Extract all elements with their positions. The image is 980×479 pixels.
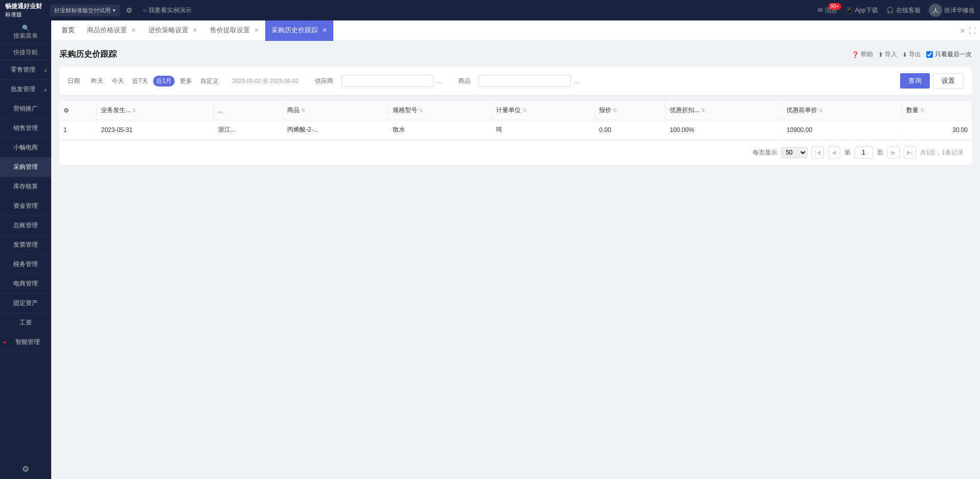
- tab-strategy[interactable]: 进价策略设置✕: [142, 20, 204, 41]
- sidebar-item-label: 发票管理: [3, 241, 48, 249]
- supplier-input-group: ...: [342, 75, 442, 87]
- first-page-btn[interactable]: |◀: [812, 146, 824, 159]
- sidebar-item-general_ledger[interactable]: 总账管理: [0, 216, 51, 235]
- sidebar-item-invoice[interactable]: 发票管理: [0, 235, 51, 255]
- sidebar-search[interactable]: 🔍 搜索菜单: [0, 20, 51, 45]
- goods-input[interactable]: [479, 75, 571, 87]
- date-filter-btn[interactable]: 自定义: [197, 76, 222, 86]
- tab-close-icon[interactable]: ✕: [193, 27, 198, 34]
- pagination-info: 共1页，1条记录: [920, 148, 964, 157]
- more-icon[interactable]: ...: [218, 107, 223, 114]
- last-page-btn[interactable]: ▶|: [904, 146, 916, 159]
- export-btn[interactable]: ⬇ 导出: [902, 50, 921, 59]
- tab-home[interactable]: 首页: [55, 20, 81, 41]
- goods-more-btn[interactable]: ...: [574, 77, 579, 84]
- sidebar-item-ecommerce[interactable]: 电商管理: [0, 274, 51, 294]
- sidebar-gear-icon[interactable]: ⚙: [0, 459, 51, 479]
- query-btn[interactable]: 查询: [900, 73, 930, 89]
- tab-history_price[interactable]: 采购历史价跟踪✕: [265, 20, 333, 41]
- date-filter-btn[interactable]: 更多: [177, 76, 195, 86]
- supplier-more-btn[interactable]: ...: [437, 77, 442, 84]
- tab-label: 采购历史价跟踪: [271, 26, 318, 35]
- sidebar-items: 零售管理▲批发管理▲营销推广销售管理小畅电商采购管理库存核算资金管理总账管理发票…: [0, 60, 51, 352]
- messages-badge: 99+: [828, 3, 841, 10]
- sidebar-item-inventory[interactable]: 库存核算: [0, 177, 51, 197]
- cell-date: 2023-05-31: [97, 120, 214, 140]
- date-filter-btn[interactable]: 今天: [109, 76, 127, 86]
- tab-label: 首页: [61, 26, 75, 35]
- sidebar-item-tax[interactable]: 税务管理: [0, 255, 51, 274]
- table-row: 1 2023-05-31 浙江... 丙烯酸-2-... 散水 吨 0.00 1…: [59, 120, 972, 140]
- th-goods[interactable]: 商品⇅: [283, 101, 388, 120]
- help-icon: ❓: [851, 51, 859, 58]
- sidebar-item-payroll[interactable]: 工资: [0, 313, 51, 333]
- next-page-btn[interactable]: ▶: [887, 146, 900, 159]
- settings-icon[interactable]: ⚙: [124, 4, 135, 16]
- version-selector[interactable]: 好业财标准版交付试用 ▾: [50, 5, 120, 16]
- th-quantity[interactable]: 数量⇅: [902, 101, 972, 120]
- th-pre_discount_price[interactable]: 优惠前单价⇅: [782, 101, 902, 120]
- table-header: ⚙业务发生...⇅...商品⇅规格型号⇅计量单位⇅报价⇅优惠折扣...⇅优惠前单…: [59, 101, 972, 120]
- sidebar-item-label: 税务管理: [3, 260, 48, 269]
- online-service-btn[interactable]: 🎧 在线客服: [886, 6, 921, 15]
- sidebar-item-label: 总账管理: [3, 221, 48, 230]
- prev-page-btn[interactable]: ◀: [828, 146, 840, 159]
- tab-close-icon[interactable]: ✕: [254, 27, 259, 34]
- date-filter-btn[interactable]: 昨天: [88, 76, 106, 86]
- content-area: 首页商品价格设置✕进价策略设置✕售价提取设置✕采购历史价跟踪✕ ✕ ⛶ 采购历史…: [51, 20, 980, 479]
- sidebar-item-ecommerce_small[interactable]: 小畅电商: [0, 138, 51, 158]
- messages-btn[interactable]: ✉ 消息 99+: [818, 6, 837, 15]
- page-content: 采购历史价跟踪 ❓ 帮助 ⬆ 导入 ⬇ 导出: [51, 41, 980, 479]
- headset-icon: 🎧: [886, 7, 894, 14]
- th-unit[interactable]: 计量单位⇅: [492, 101, 595, 120]
- settings-btn[interactable]: 设置: [933, 73, 964, 89]
- sidebar-item-finance[interactable]: 资金管理: [0, 197, 51, 216]
- cell-quote: 0.00: [595, 120, 666, 140]
- date-filter-btn[interactable]: 近7天: [129, 76, 151, 86]
- tab-sale_price[interactable]: 售价提取设置✕: [204, 20, 265, 41]
- sidebar-item-purchase[interactable]: 采购管理: [0, 158, 51, 177]
- date-label: 日期: [68, 77, 80, 85]
- th-date[interactable]: 业务发生...⇅: [97, 101, 214, 120]
- sort-icon: ⇅: [132, 107, 136, 113]
- cell-index: 1: [59, 120, 97, 140]
- tabbar: 首页商品价格设置✕进价策略设置✕售价提取设置✕采购历史价跟踪✕ ✕ ⛶: [51, 20, 980, 41]
- page-unit: 页: [877, 148, 883, 157]
- gear-icon[interactable]: ⚙: [63, 107, 69, 114]
- supplier-input[interactable]: [342, 75, 434, 87]
- export-icon: ⬇: [902, 51, 907, 58]
- page-input[interactable]: [855, 146, 873, 159]
- sidebar-item-label: 智能管理: [7, 338, 48, 346]
- app-download-btn[interactable]: 📱 App下载: [845, 6, 878, 15]
- help-btn[interactable]: ❓ 帮助: [851, 50, 873, 59]
- sidebar-item-wholesale[interactable]: 批发管理▲: [0, 80, 51, 99]
- tab-close-icon[interactable]: ✕: [131, 27, 136, 34]
- per-page-label: 每页显示: [753, 148, 777, 157]
- sidebar-item-smart[interactable]: ●智能管理: [0, 333, 51, 352]
- table-body: 1 2023-05-31 浙江... 丙烯酸-2-... 散水 吨 0.00 1…: [59, 120, 972, 140]
- sort-icon: ⇅: [920, 107, 924, 113]
- filter-actions: 查询 设置: [900, 73, 964, 89]
- th-spec[interactable]: 规格型号⇅: [389, 101, 492, 120]
- sidebar-item-marketing[interactable]: 营销推广: [0, 99, 51, 119]
- sidebar-item-label: 营销推广: [3, 104, 48, 113]
- expand-icon[interactable]: ⛶: [969, 27, 976, 35]
- date-filter-btn[interactable]: 近1月: [153, 76, 175, 86]
- th-quote[interactable]: 报价⇅: [595, 101, 666, 120]
- sidebar-item-label: 电商管理: [3, 279, 48, 288]
- sidebar-quicknav[interactable]: 快捷导航: [0, 45, 51, 60]
- sidebar-item-assets[interactable]: 固定资产: [0, 294, 51, 313]
- col-label: 数量: [906, 106, 919, 115]
- only-last-checkbox[interactable]: [926, 51, 933, 58]
- tab-close-icon[interactable]: ✕: [322, 27, 327, 34]
- import-btn[interactable]: ⬆ 导入: [878, 50, 897, 59]
- per-page-select[interactable]: 50 20 100: [781, 147, 807, 158]
- sidebar-item-retail[interactable]: 零售管理▲: [0, 60, 51, 80]
- th-gear[interactable]: ⚙: [59, 101, 97, 120]
- user-menu-btn[interactable]: 人 徐泽华修改: [929, 4, 975, 17]
- th-discount[interactable]: 优惠折扣...⇅: [666, 101, 782, 120]
- close-tab-icon[interactable]: ✕: [960, 27, 966, 35]
- tab-price[interactable]: 商品价格设置✕: [81, 20, 142, 41]
- demo-link[interactable]: ○ 我要看实例演示: [143, 6, 191, 15]
- sidebar-item-sales[interactable]: 销售管理: [0, 119, 51, 138]
